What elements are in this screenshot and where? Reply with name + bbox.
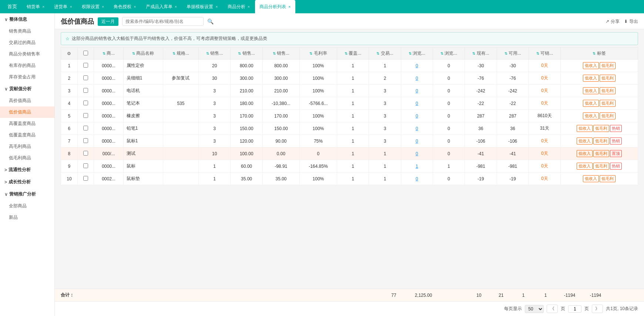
sidebar-section-liquidity[interactable]: >流通性分析 (0, 164, 54, 176)
sidebar-section-contribution[interactable]: ∨贡献值分析 (0, 83, 54, 95)
row-select-checkbox[interactable] (83, 88, 88, 93)
row-checkbox[interactable] (77, 135, 94, 147)
row-select-checkbox[interactable] (83, 101, 88, 105)
sales-price-column-header[interactable]: ⇅ 销售... (231, 48, 262, 60)
prev-page-button[interactable]: 《 (547, 305, 558, 313)
time-filter-button[interactable]: 近一月 (98, 17, 118, 26)
sidebar-section-overall[interactable]: ∨整体信息 (0, 13, 54, 26)
row-checkbox[interactable] (77, 72, 94, 85)
sales-qty-column-header[interactable]: ⇅ 销售... (198, 48, 230, 60)
page-jump-label: 页 (584, 306, 589, 312)
tag: 低毛利 (593, 163, 609, 170)
sidebar-section-marketing[interactable]: ∨营销推广分析 (0, 188, 54, 200)
nav-permission[interactable]: 权限设置× (77, 0, 108, 13)
row-select-checkbox[interactable] (83, 75, 88, 80)
nav-home[interactable]: 首页 (3, 0, 21, 13)
saleable-column-header[interactable]: ⇅ 可销... (529, 48, 560, 60)
row-checkbox[interactable] (77, 60, 94, 72)
spec-column-header[interactable]: ⇅ 规格... (163, 48, 198, 60)
search-input[interactable] (122, 17, 204, 26)
sidebar-item-category-sales[interactable]: 商品分类销售率 (0, 48, 54, 60)
row-select-checkbox[interactable] (83, 176, 88, 181)
page-size-select[interactable]: 50 20 100 (525, 305, 544, 313)
export-button[interactable]: ⬇ 导出 (624, 18, 638, 25)
row-margin: 100% (299, 72, 337, 85)
browse2-column-header[interactable]: ⇅ 浏览... (433, 48, 464, 60)
row-select-checkbox[interactable] (83, 63, 88, 68)
row-browse1[interactable]: 0 (401, 60, 433, 72)
row-browse1[interactable]: 0 (401, 110, 433, 122)
sidebar-item-new-products[interactable]: 新品 (0, 212, 54, 223)
sidebar-item-low-coverage[interactable]: 低覆盖度商品 (0, 129, 54, 141)
row-browse1[interactable]: 0 (401, 122, 433, 135)
sidebar-item-high-margin[interactable]: 高毛利商品 (0, 141, 54, 152)
row-checkbox[interactable] (77, 160, 94, 173)
nav-purchase-order[interactable]: 进货单× (50, 0, 76, 13)
nav-product-analysis[interactable]: 商品分析× (223, 0, 254, 13)
row-browse1[interactable]: 0 (401, 97, 433, 110)
row-browse1[interactable]: 0 (401, 135, 433, 147)
row-spec (163, 173, 198, 185)
row-checkbox[interactable] (77, 97, 94, 110)
page-label: 页 (561, 306, 565, 312)
name-column-header[interactable]: ⇅ 商品名称 (123, 48, 163, 60)
sidebar-item-stock-funds[interactable]: 库存资金占用 (0, 71, 54, 83)
sidebar-item-all-products[interactable]: 全部商品 (0, 200, 54, 212)
checkbox-column-header[interactable] (77, 48, 94, 60)
row-browse1[interactable]: 0 (401, 72, 433, 85)
code-column-header[interactable]: ⇅ 商... (94, 48, 123, 60)
page-number-input[interactable] (568, 305, 581, 313)
row-code: 0000... (94, 97, 123, 110)
row-checkbox[interactable] (77, 110, 94, 122)
search-icon[interactable]: 🔍 (207, 18, 214, 24)
select-all-checkbox[interactable] (83, 51, 88, 55)
row-browse1[interactable]: 0 (401, 147, 433, 160)
coverage-column-header[interactable]: ⇅ 覆盖... (337, 48, 369, 60)
row-select-checkbox[interactable] (83, 163, 88, 168)
row-trades: 3 (369, 110, 401, 122)
tags-column-header[interactable]: ⇅ 标签 (561, 48, 638, 60)
browse1-column-header[interactable]: ⇅ 浏览... (401, 48, 433, 60)
nav-sales-order[interactable]: 销货单× (22, 0, 49, 13)
row-checkbox[interactable] (77, 173, 94, 185)
nav-template[interactable]: 单据模板设置× (182, 0, 222, 13)
row-coverage: 1 (337, 97, 369, 110)
nav-finished-goods[interactable]: 产成品入库单× (141, 0, 181, 13)
nav-product-analysis-list[interactable]: 商品分析列表× (255, 0, 295, 13)
row-coverage: 1 (337, 147, 369, 160)
row-checkbox[interactable] (77, 147, 94, 160)
sidebar-item-traded-products[interactable]: 交易过的商品 (0, 37, 54, 48)
table-wrapper[interactable]: ⚙ ⇅ 商... ⇅ 商品名称 ⇅ 规格... ⇅ 销售... ⇅ 销售... … (55, 47, 644, 289)
row-checkbox[interactable] (77, 85, 94, 97)
row-select-checkbox[interactable] (83, 113, 88, 118)
row-select-checkbox[interactable] (83, 138, 88, 143)
current-stock-column-header[interactable]: ⇅ 现有... (465, 48, 497, 60)
sidebar-item-low-value[interactable]: 低价值商品 (0, 106, 54, 118)
trades-column-header[interactable]: ⇅ 交易... (369, 48, 401, 60)
tag: 热销 (610, 125, 622, 132)
row-coverage: 1 (337, 60, 369, 72)
row-saleable-days: 0天 (529, 97, 560, 110)
row-checkbox[interactable] (77, 122, 94, 135)
nav-role-auth[interactable]: 角色授权× (109, 0, 140, 13)
settings-column-header[interactable]: ⚙ (61, 48, 78, 60)
margin-column-header[interactable]: ⇅ 毛利率 (299, 48, 337, 60)
share-button[interactable]: ↗ 分享 (606, 18, 620, 25)
sidebar-item-sales-products[interactable]: 销售类商品 (0, 26, 54, 37)
row-saleable-days: 0天 (529, 135, 560, 147)
row-browse1[interactable]: 0 (401, 85, 433, 97)
row-name: 属性定价 (123, 60, 163, 72)
row-select-checkbox[interactable] (83, 151, 88, 156)
row-available-stock: -242 (497, 85, 529, 97)
row-select-checkbox[interactable] (83, 126, 88, 130)
sidebar-section-growth[interactable]: >成长性分析 (0, 176, 54, 188)
sidebar-item-high-coverage[interactable]: 高覆盖度商品 (0, 118, 54, 129)
sales-amount-column-header[interactable]: ⇅ 销售... (262, 48, 299, 60)
available-stock-column-header[interactable]: ⇅ 可用... (497, 48, 529, 60)
sidebar-item-low-margin[interactable]: 低毛利商品 (0, 152, 54, 164)
sidebar-item-stock-products[interactable]: 有库存的商品 (0, 60, 54, 71)
sidebar-item-high-value[interactable]: 高价值商品 (0, 95, 54, 106)
next-page-button[interactable]: 》 (592, 305, 603, 313)
row-browse1[interactable]: 1 (401, 160, 433, 173)
row-browse1[interactable]: 0 (401, 173, 433, 185)
